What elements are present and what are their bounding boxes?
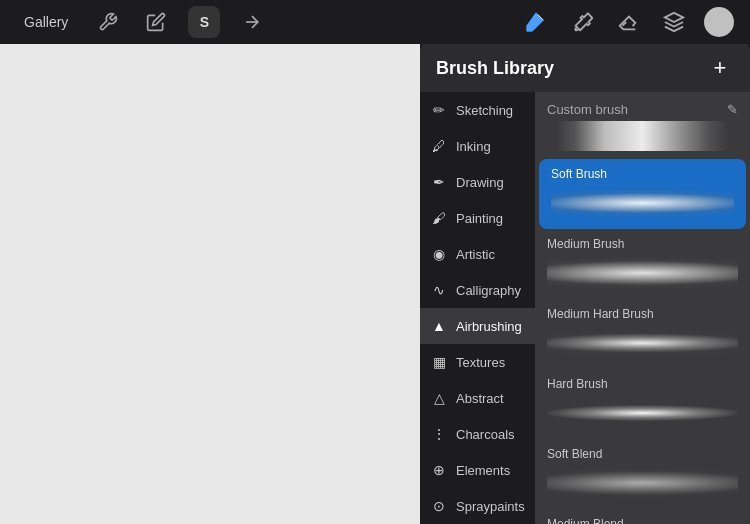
- add-brush-button[interactable]: +: [706, 54, 734, 82]
- cat-icon-sketching: ✏: [430, 101, 448, 119]
- modify-icon[interactable]: [140, 6, 172, 38]
- cat-icon-calligraphy: ∿: [430, 281, 448, 299]
- cat-label-painting: Painting: [456, 211, 503, 226]
- cat-icon-abstract: △: [430, 389, 448, 407]
- s-icon[interactable]: S: [188, 6, 220, 38]
- toolbar-left: Gallery S: [16, 6, 268, 38]
- category-item-textures[interactable]: ▦ Textures: [420, 344, 535, 380]
- brush-stroke-medium-hard-brush: [547, 325, 738, 361]
- category-item-sketching[interactable]: ✏ Sketching: [420, 92, 535, 128]
- brush-item-inner: Soft Blend: [543, 443, 742, 505]
- custom-brush-section-title: Custom brush: [547, 102, 628, 117]
- category-item-spraypaints[interactable]: ⊙ Spraypaints: [420, 488, 535, 524]
- custom-section-header: Custom brush ✎: [535, 92, 750, 121]
- cat-icon-painting: 🖌: [430, 209, 448, 227]
- brush-item-soft-brush[interactable]: Soft Brush: [539, 159, 746, 229]
- cat-icon-drawing: ✒: [430, 173, 448, 191]
- cat-icon-spraypaints: ⊙: [430, 497, 448, 515]
- wrench-icon[interactable]: [92, 6, 124, 38]
- brush-library-panel: Brush Library + ✏ Sketching 🖊 Inking ✒ D…: [420, 40, 750, 524]
- cat-label-charcoals: Charcoals: [456, 427, 515, 442]
- brush-stroke-soft-brush: [551, 185, 734, 221]
- category-item-charcoals[interactable]: ⋮ Charcoals: [420, 416, 535, 452]
- brush-item-inner: Hard Brush: [543, 373, 742, 435]
- brush-library-body: ✏ Sketching 🖊 Inking ✒ Drawing 🖌 Paintin…: [420, 92, 750, 524]
- custom-brush-edit-icon[interactable]: ✎: [727, 102, 738, 117]
- svg-marker-2: [665, 13, 683, 22]
- category-item-inking[interactable]: 🖊 Inking: [420, 128, 535, 164]
- cat-icon-airbrushing: ▲: [430, 317, 448, 335]
- brush-stroke-hard-brush: [547, 395, 738, 431]
- brush-item-medium-blend[interactable]: Medium Blend: [535, 509, 750, 524]
- brush-stroke-soft-blend: [547, 465, 738, 501]
- cat-label-calligraphy: Calligraphy: [456, 283, 521, 298]
- brush-item-inner: Soft Brush: [547, 163, 738, 225]
- brush-name-hard-brush: Hard Brush: [547, 377, 738, 391]
- brush-item-inner: Medium Brush: [543, 233, 742, 295]
- category-item-airbrushing[interactable]: ▲ Airbrushing: [420, 308, 535, 344]
- eraser-icon[interactable]: [612, 6, 644, 38]
- brush-library-title: Brush Library: [436, 58, 554, 79]
- brush-stroke-medium-brush: [547, 255, 738, 291]
- category-item-elements[interactable]: ⊕ Elements: [420, 452, 535, 488]
- cat-label-spraypaints: Spraypaints: [456, 499, 525, 514]
- brush-item-inner: Medium Hard Brush: [543, 303, 742, 365]
- cat-label-abstract: Abstract: [456, 391, 504, 406]
- cat-label-inking: Inking: [456, 139, 491, 154]
- cat-label-textures: Textures: [456, 355, 505, 370]
- cat-icon-textures: ▦: [430, 353, 448, 371]
- brush-item-soft-blend[interactable]: Soft Blend: [535, 439, 750, 509]
- cat-label-sketching: Sketching: [456, 103, 513, 118]
- cat-label-drawing: Drawing: [456, 175, 504, 190]
- brush-name-soft-blend: Soft Blend: [547, 447, 738, 461]
- cat-icon-charcoals: ⋮: [430, 425, 448, 443]
- cat-label-elements: Elements: [456, 463, 510, 478]
- brush-item-hard-brush[interactable]: Hard Brush: [535, 369, 750, 439]
- cat-label-artistic: Artistic: [456, 247, 495, 262]
- category-item-artistic[interactable]: ◉ Artistic: [420, 236, 535, 272]
- cat-icon-inking: 🖊: [430, 137, 448, 155]
- toolbar: Gallery S: [0, 0, 750, 44]
- cat-icon-artistic: ◉: [430, 245, 448, 263]
- brush-items-container: Soft Brush Medium Brush Medium Hard Brus…: [535, 159, 750, 524]
- toolbar-right: [520, 6, 734, 38]
- brush-name-soft-brush: Soft Brush: [551, 167, 734, 181]
- brush-name-medium-brush: Medium Brush: [547, 237, 738, 251]
- category-item-painting[interactable]: 🖌 Painting: [420, 200, 535, 236]
- category-item-drawing[interactable]: ✒ Drawing: [420, 164, 535, 200]
- canvas-area: [0, 44, 420, 524]
- brush-library-header: Brush Library +: [420, 40, 750, 92]
- avatar[interactable]: [704, 7, 734, 37]
- pen-blue-icon[interactable]: [520, 6, 552, 38]
- brush-item-medium-brush[interactable]: Medium Brush: [535, 229, 750, 299]
- gallery-button[interactable]: Gallery: [16, 10, 76, 34]
- arrow-icon[interactable]: [236, 6, 268, 38]
- category-item-abstract[interactable]: △ Abstract: [420, 380, 535, 416]
- layers-icon[interactable]: [658, 6, 690, 38]
- brush-item-inner: Medium Blend: [543, 513, 742, 524]
- category-list: ✏ Sketching 🖊 Inking ✒ Drawing 🖌 Paintin…: [420, 92, 535, 524]
- brush-name-medium-blend: Medium Blend: [547, 517, 738, 524]
- cat-label-airbrushing: Airbrushing: [456, 319, 522, 334]
- brush-icon[interactable]: [566, 6, 598, 38]
- brush-name-medium-hard-brush: Medium Hard Brush: [547, 307, 738, 321]
- category-item-calligraphy[interactable]: ∿ Calligraphy: [420, 272, 535, 308]
- brush-item-medium-hard-brush[interactable]: Medium Hard Brush: [535, 299, 750, 369]
- cat-icon-elements: ⊕: [430, 461, 448, 479]
- custom-brush-preview: [535, 121, 750, 159]
- brush-list: Custom brush ✎ Soft Brush Medium Brush M…: [535, 92, 750, 524]
